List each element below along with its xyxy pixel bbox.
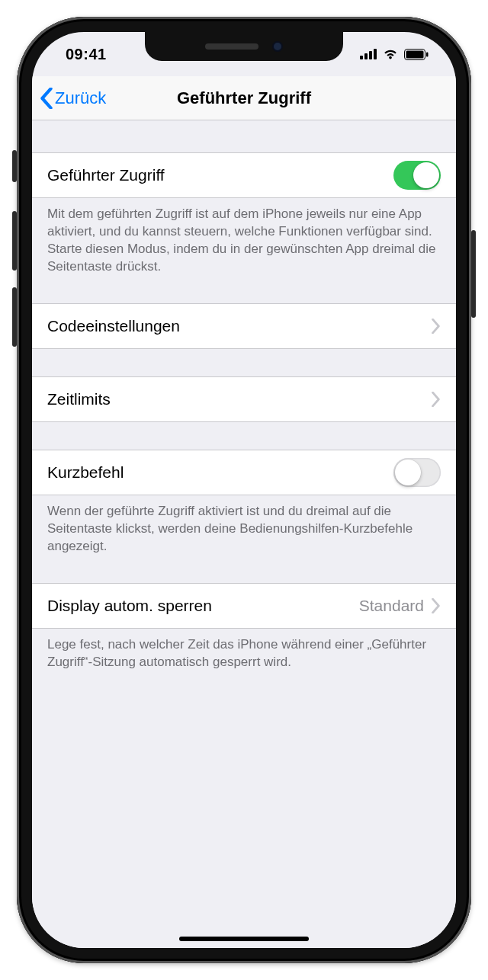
row-label: Display autom. sperren xyxy=(47,597,359,615)
back-button[interactable]: Zurück xyxy=(32,88,106,109)
row-value: Standard xyxy=(359,597,424,615)
row-label: Codeeinstellungen xyxy=(47,317,432,335)
chevron-right-icon xyxy=(432,392,441,407)
row-label: Kurzbefehl xyxy=(47,463,393,482)
toggle-guided-access[interactable] xyxy=(393,161,441,190)
screen: 09:41 Zurück Geführter Zugriff xyxy=(32,32,456,948)
status-icons xyxy=(360,48,432,60)
back-label: Zurück xyxy=(55,88,106,108)
row-time-limits[interactable]: Zeitlimits xyxy=(32,376,456,422)
chevron-right-icon xyxy=(432,319,441,334)
notch xyxy=(145,32,343,61)
speaker-grill xyxy=(205,43,258,50)
svg-rect-2 xyxy=(426,52,429,56)
front-camera xyxy=(272,41,283,52)
navigation-bar: Zurück Geführter Zugriff xyxy=(32,76,456,120)
row-passcode-settings[interactable]: Codeeinstellungen xyxy=(32,303,456,349)
row-shortcut[interactable]: Kurzbefehl xyxy=(32,450,456,495)
settings-list: Geführter Zugriff Mit dem geführten Zugr… xyxy=(32,120,456,948)
status-time: 09:41 xyxy=(56,46,107,63)
wifi-icon xyxy=(382,48,399,60)
mute-switch xyxy=(12,150,17,182)
row-guided-access[interactable]: Geführter Zugriff xyxy=(32,152,456,198)
battery-icon xyxy=(404,49,429,60)
row-label: Geführter Zugriff xyxy=(47,166,393,184)
cellular-icon xyxy=(360,49,377,59)
chevron-left-icon xyxy=(40,88,53,109)
row-auto-lock[interactable]: Display autom. sperren Standard xyxy=(32,583,456,629)
svg-rect-1 xyxy=(406,50,424,58)
footer-auto-lock: Lege fest, nach welcher Zeit das iPhone … xyxy=(32,629,456,671)
footer-guided-access: Mit dem geführten Zugriff ist auf dem iP… xyxy=(32,198,456,276)
side-button xyxy=(471,230,476,318)
device-frame: 09:41 Zurück Geführter Zugriff xyxy=(17,17,471,963)
home-indicator[interactable] xyxy=(179,937,309,941)
footer-shortcut: Wenn der geführte Zugriff aktiviert ist … xyxy=(32,495,456,556)
chevron-right-icon xyxy=(432,598,441,613)
toggle-shortcut[interactable] xyxy=(393,458,441,487)
row-label: Zeitlimits xyxy=(47,390,432,408)
volume-up-button xyxy=(12,211,17,271)
volume-down-button xyxy=(12,287,17,347)
